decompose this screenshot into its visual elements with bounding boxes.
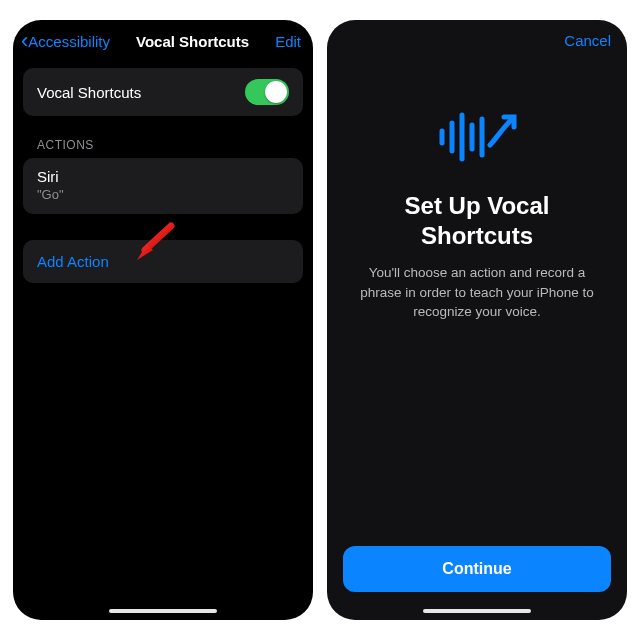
add-action-button[interactable]: Add Action [23,240,303,283]
nav-back-label: Accessibility [28,33,110,50]
add-action-label: Add Action [37,253,109,270]
setup-title: Set Up Vocal Shortcuts [349,191,605,251]
content-area: Vocal Shortcuts ACTIONS Siri "Go" Add Ac… [13,60,313,620]
setup-screen: Cancel Set Up Vocal Shortcuts You'll cho… [327,20,627,620]
continue-button[interactable]: Continue [343,546,611,592]
vocal-shortcuts-switch[interactable] [245,79,289,105]
action-row-siri[interactable]: Siri "Go" [23,158,303,214]
cancel-button[interactable]: Cancel [564,32,611,49]
chevron-left-icon: ‹ [21,30,28,52]
red-arrow-annotation-icon [131,220,177,266]
home-indicator [109,609,217,613]
settings-screen: ‹ Accessibility Vocal Shortcuts Edit Voc… [13,20,313,620]
continue-label: Continue [442,560,511,577]
navbar: ‹ Accessibility Vocal Shortcuts Edit [13,20,313,60]
toggle-label: Vocal Shortcuts [37,84,141,101]
nav-edit-button[interactable]: Edit [275,33,301,50]
switch-knob [265,81,287,103]
nav-back-button[interactable]: ‹ Accessibility [21,30,110,52]
voice-waveform-icon [434,105,520,169]
home-indicator [423,609,531,613]
navbar: Cancel [327,20,627,55]
setup-body: Set Up Vocal Shortcuts You'll choose an … [327,55,627,620]
nav-title: Vocal Shortcuts [136,33,249,50]
actions-section-header: ACTIONS [37,138,289,152]
setup-description: You'll choose an action and record a phr… [349,263,605,322]
action-phrase: "Go" [37,187,289,202]
vocal-shortcuts-toggle-row: Vocal Shortcuts [23,68,303,116]
action-name: Siri [37,168,289,185]
